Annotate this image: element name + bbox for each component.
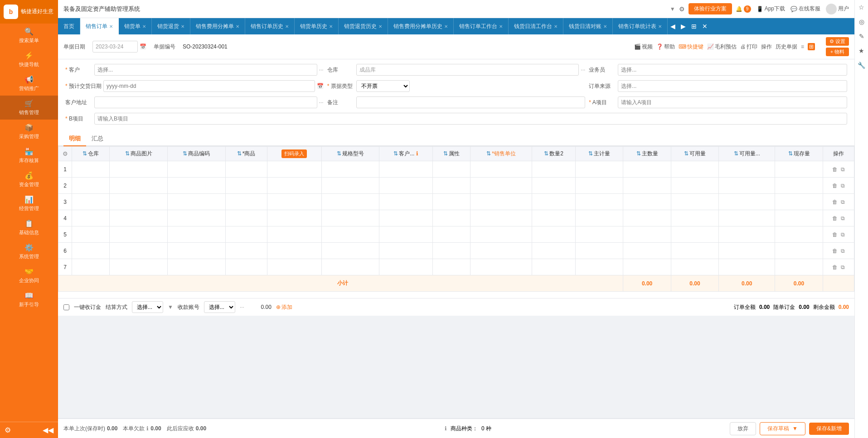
th-scan[interactable]: 扫码录入 [267, 147, 321, 161]
tab-销货退货[interactable]: 销货退货✕ [152, 18, 190, 34]
abandon-btn[interactable]: 放弃 [730, 422, 756, 435]
cell-attribute[interactable] [432, 226, 470, 243]
tab-close-钱货日清工作台[interactable]: ✕ [554, 24, 558, 29]
cell-product[interactable] [225, 259, 267, 275]
cell-image[interactable] [110, 194, 168, 210]
app-download[interactable]: 📱 App下载 [756, 5, 785, 13]
cell-unit[interactable] [470, 178, 532, 194]
cell-qty2[interactable] [532, 210, 576, 226]
row-copy-btn[interactable]: ⧉ [841, 183, 845, 189]
cell-main-unit[interactable] [575, 210, 623, 226]
tab-销售订单统计表[interactable]: 销售订单统计表✕ [613, 18, 668, 34]
tab-close-销售订单统计表[interactable]: ✕ [658, 24, 662, 29]
cell-qty2[interactable] [532, 226, 576, 243]
layout-icon-grid[interactable]: ⊞ [808, 43, 815, 50]
row-copy-btn[interactable]: ⧉ [841, 264, 845, 270]
address-input[interactable] [94, 96, 317, 108]
tab-销货单历史[interactable]: 销货单历史✕ [295, 18, 339, 34]
cell-code[interactable] [167, 210, 225, 226]
payment-method-select[interactable]: 选择... [132, 301, 163, 313]
sidebar-item-销售管理[interactable]: 🛒销售管理 [0, 96, 58, 120]
row-delete-btn[interactable]: 🗑 [832, 264, 838, 270]
account-select[interactable]: 选择... [204, 301, 235, 313]
save-draft-dropdown[interactable]: ▼ [792, 425, 798, 432]
cell-image[interactable] [110, 259, 168, 275]
row-copy-btn[interactable]: ⧉ [841, 231, 845, 238]
account-ellipsis[interactable]: ··· [240, 304, 244, 310]
cell-unit[interactable] [470, 161, 532, 178]
th-settings[interactable]: ⚙ [58, 147, 72, 161]
cell-main-unit[interactable] [575, 243, 623, 259]
cell-spec[interactable] [321, 226, 379, 243]
cell-warehouse[interactable] [72, 161, 110, 178]
cell-main-qty[interactable] [623, 226, 671, 243]
industry-btn[interactable]: 体验行业方案 [689, 3, 732, 14]
online-service[interactable]: 💬 在线客服 [790, 5, 820, 13]
address-ellipsis[interactable]: ··· [319, 99, 324, 106]
cell-available2[interactable] [719, 210, 775, 226]
cell-unit[interactable] [470, 210, 532, 226]
cell-spec[interactable] [321, 243, 379, 259]
tab-销售订单历史[interactable]: 销售订单历史✕ [245, 18, 295, 34]
save-new-btn[interactable]: 保存&新增 [809, 423, 849, 435]
help-action[interactable]: ❓ 帮助 [656, 43, 675, 51]
cell-warehouse[interactable] [72, 243, 110, 259]
right-icon-5[interactable]: 🔧 [856, 60, 867, 71]
tab-销售订单工作台[interactable]: 销售订单工作台✕ [454, 18, 509, 34]
tab-close-销货单[interactable]: ✕ [142, 24, 146, 29]
tab-close-销售费用分摊单[interactable]: ✕ [236, 24, 239, 29]
cell-main-unit[interactable] [575, 226, 623, 243]
cell-code[interactable] [167, 161, 225, 178]
cell-customer-code[interactable] [379, 210, 432, 226]
cell-scan[interactable] [267, 178, 321, 194]
sidebar-settings-icon[interactable]: ⚙ [5, 426, 11, 434]
cell-available[interactable] [671, 178, 718, 194]
tab-close-销售费用分摊单历史[interactable]: ✕ [444, 24, 448, 29]
cell-image[interactable] [110, 161, 168, 178]
cell-unit[interactable] [470, 226, 532, 243]
cell-warehouse[interactable] [72, 178, 110, 194]
customer-ellipsis[interactable]: ··· [319, 67, 324, 73]
cell-warehouse[interactable] [72, 210, 110, 226]
cell-stock[interactable] [775, 210, 823, 226]
view-action[interactable]: 🎬 视频 [634, 43, 653, 51]
cell-available2[interactable] [719, 194, 775, 210]
sidebar-item-营销推广[interactable]: 📢营销推广 [0, 72, 58, 96]
cell-stock[interactable] [775, 194, 823, 210]
tab-close-销货单历史[interactable]: ✕ [329, 24, 333, 29]
warehouse-input[interactable] [356, 64, 579, 76]
sidebar-item-基础信息[interactable]: 📋基础信息 [0, 216, 58, 240]
row-delete-btn[interactable]: 🗑 [832, 215, 838, 221]
cell-customer-code[interactable] [379, 226, 432, 243]
tab-close-钱货日清对账[interactable]: ✕ [603, 24, 607, 29]
cell-product[interactable] [225, 243, 267, 259]
cell-code[interactable] [167, 194, 225, 210]
settings-btn[interactable]: ⚙ 设置 [826, 37, 849, 46]
layout-icon-list[interactable]: ≡ [801, 43, 804, 50]
cell-image[interactable] [110, 243, 168, 259]
cell-image[interactable] [110, 226, 168, 243]
right-icon-3[interactable]: ✎ [856, 31, 867, 42]
add-payment-btn[interactable]: ⊕ 添加 [276, 303, 292, 311]
cell-product[interactable] [225, 226, 267, 243]
cell-unit[interactable] [470, 243, 532, 259]
sidebar-item-采购管理[interactable]: 📦采购管理 [0, 120, 58, 144]
cell-attribute[interactable] [432, 194, 470, 210]
cell-stock[interactable] [775, 161, 823, 178]
notification-icon[interactable]: 🔔 9 [736, 5, 751, 13]
tab-close-销货退货[interactable]: ✕ [181, 24, 184, 29]
sidebar-item-经营管理[interactable]: 📊经营管理 [0, 192, 58, 216]
history-action[interactable]: 历史单据 [776, 43, 797, 51]
row-delete-btn[interactable]: 🗑 [832, 183, 838, 189]
cell-available[interactable] [671, 226, 718, 243]
cell-customer-code[interactable] [379, 178, 432, 194]
profit-action[interactable]: 📈 毛利预估 [707, 43, 737, 51]
tab-销货单[interactable]: 销货单✕ [119, 18, 152, 34]
cell-unit[interactable] [470, 259, 532, 275]
date-input[interactable] [92, 41, 138, 53]
cell-scan[interactable] [267, 161, 321, 178]
row-delete-btn[interactable]: 🗑 [832, 166, 838, 173]
cell-warehouse[interactable] [72, 194, 110, 210]
operation-action[interactable]: 操作 [761, 43, 772, 51]
cell-attribute[interactable] [432, 259, 470, 275]
